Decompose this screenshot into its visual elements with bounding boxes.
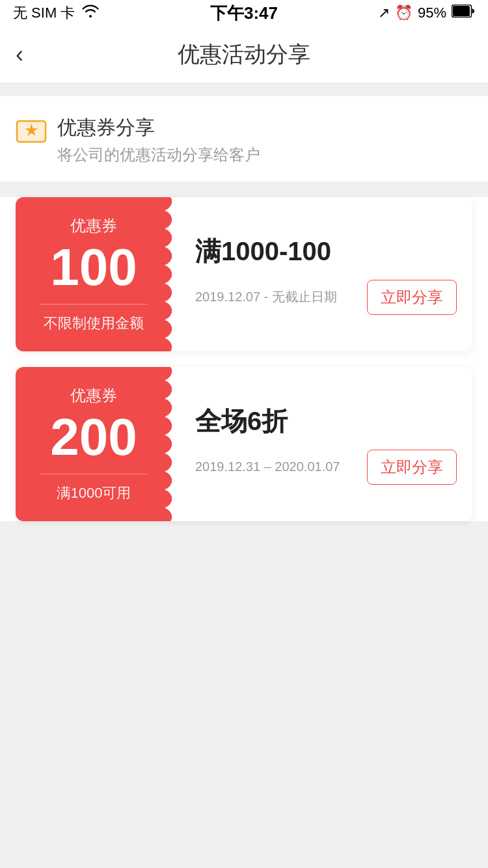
coupon-card-1: 优惠券 100 不限制使用金额 满1000-100 2019.12.07 - 无… [16, 197, 472, 351]
battery-percent: 95% [418, 5, 446, 21]
coupon-left-1: 优惠券 100 不限制使用金额 [16, 197, 172, 351]
svg-rect-1 [453, 6, 470, 16]
coupon-left-2: 优惠券 200 满1000可用 [16, 367, 172, 521]
coupon-right-1: 满1000-100 2019.12.07 - 无截止日期 立即分享 [172, 197, 472, 351]
section-text: 优惠券分享 将公司的优惠活动分享给客户 [57, 115, 260, 166]
coupon-condition-2: 满1000可用 [26, 483, 161, 503]
coupon-right-2: 全场6折 2019.12.31 – 2020.01.07 立即分享 [172, 367, 472, 521]
status-bar: 无 SIM 卡 下午3:47 ↗ ⏰ 95% [0, 0, 488, 26]
alarm-icon: ⏰ [395, 5, 413, 21]
top-divider [0, 83, 488, 96]
section-header: ★ 优惠券分享 将公司的优惠活动分享给客户 [0, 96, 488, 182]
svg-text:★: ★ [25, 122, 38, 139]
coupon-date-2: 2019.12.31 – 2020.01.07 [195, 459, 359, 474]
coupon-divider-1 [40, 304, 148, 305]
status-time: 下午3:47 [210, 2, 278, 25]
coupon-type-2: 优惠券 [26, 385, 161, 406]
wifi-icon [81, 4, 100, 22]
bottom-space [0, 537, 488, 868]
coupon-value-1: 100 [26, 241, 161, 293]
coupon-icon: ★ [16, 116, 47, 147]
coupon-divider-2 [40, 474, 148, 474]
coupon-list: 优惠券 100 不限制使用金额 满1000-100 2019.12.07 - 无… [0, 197, 488, 521]
back-button[interactable]: ‹ [16, 43, 23, 66]
status-left: 无 SIM 卡 [13, 3, 100, 23]
coupon-type-1: 优惠券 [26, 215, 161, 236]
page-title: 优惠活动分享 [178, 40, 310, 70]
section-subtitle: 将公司的优惠活动分享给客户 [57, 144, 260, 166]
coupon-bottom-row-1: 2019.12.07 - 无截止日期 立即分享 [195, 280, 457, 315]
nav-bar: ‹ 优惠活动分享 [0, 26, 488, 83]
coupon-condition-1: 不限制使用金额 [26, 314, 161, 333]
coupon-date-1: 2019.12.07 - 无截止日期 [195, 288, 359, 306]
coupon-bottom-row-2: 2019.12.31 – 2020.01.07 立即分享 [195, 450, 457, 485]
share-button-1[interactable]: 立即分享 [367, 280, 457, 315]
coupon-name-1: 满1000-100 [195, 234, 457, 269]
status-right: ↗ ⏰ 95% [378, 5, 475, 21]
no-sim-text: 无 SIM 卡 [13, 3, 75, 23]
coupon-name-2: 全场6折 [195, 403, 457, 439]
section-title: 优惠券分享 [57, 115, 260, 140]
coupon-card-2: 优惠券 200 满1000可用 全场6折 2019.12.31 – 2020.0… [16, 367, 472, 521]
coupon-value-2: 200 [26, 411, 161, 463]
location-icon: ↗ [378, 5, 390, 21]
share-button-2[interactable]: 立即分享 [367, 450, 457, 485]
battery-icon [452, 5, 475, 21]
